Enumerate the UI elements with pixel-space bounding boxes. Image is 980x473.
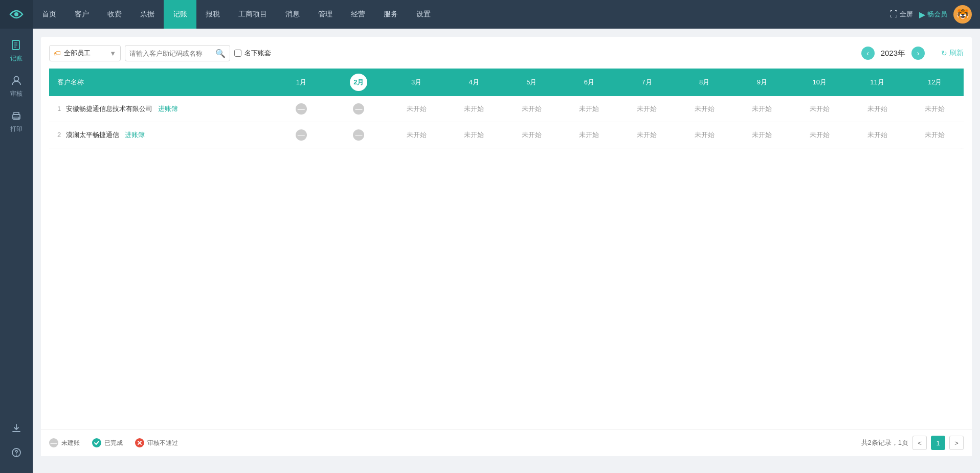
top-nav-right: ⛶ 全屏 ▶ 畅会员 🐯 <box>889 5 980 24</box>
col-jul: 7月 <box>618 69 676 96</box>
sidebar-item-print[interactable]: 打印 <box>0 103 33 139</box>
nav-tax[interactable]: 报税 <box>196 0 229 29</box>
nav-settings[interactable]: 设置 <box>407 0 440 29</box>
sidebar-print-label: 打印 <box>10 125 23 133</box>
nav-business[interactable]: 工商项目 <box>229 0 276 29</box>
fullscreen-button[interactable]: ⛶ 全屏 <box>889 10 913 19</box>
sidebar-bottom <box>0 416 33 473</box>
scroll-thumb <box>960 148 964 148</box>
legend-rejected-label: 审核不通过 <box>147 439 178 447</box>
employee-icon: 🏷 <box>54 49 61 57</box>
cell-r2-jul: 未开始 <box>618 122 676 148</box>
cell-r2-apr: 未开始 <box>445 122 503 148</box>
content-card: 🏷 全部员工 ▼ 🔍 名下账套 ‹ 2023年 › ↻ 刷新 <box>41 37 972 456</box>
row-num-1: 1 <box>57 105 61 112</box>
status-label: 未开始 <box>464 105 484 112</box>
nav-business2[interactable]: 经营 <box>342 0 374 29</box>
col-apr: 4月 <box>445 69 503 96</box>
status-label: 未开始 <box>810 131 830 139</box>
year-nav: ‹ 2023年 › <box>861 47 925 60</box>
cell-r1-mar: 未开始 <box>388 96 446 122</box>
audit-icon <box>9 73 24 87</box>
status-label: 未开始 <box>810 105 830 112</box>
client-name-2: 漠澜太平畅捷通信 <box>66 131 119 139</box>
pagination-summary: 共2条记录，1页 <box>861 438 908 447</box>
table-row: 1 安徽畅捷通信息技术有限公司 进账簿 — — 未开始 未开始 未开始 未开始 … <box>49 96 964 122</box>
col-sep: 9月 <box>733 69 791 96</box>
scrollbar[interactable] <box>960 148 964 148</box>
legend-completed-label: 已完成 <box>104 439 123 447</box>
col-feb: 2月 <box>330 69 388 96</box>
active-month-badge: 2月 <box>350 74 367 91</box>
sidebar-ledger-label: 记账 <box>10 54 23 63</box>
prev-year-button[interactable]: ‹ <box>861 47 875 60</box>
next-year-button[interactable]: › <box>911 47 925 60</box>
ledger-icon <box>9 38 24 52</box>
cell-r2-mar: 未开始 <box>388 122 446 148</box>
avatar[interactable]: 🐯 <box>953 5 972 24</box>
nav-service[interactable]: 服务 <box>374 0 407 29</box>
status-label: 未开始 <box>407 105 427 112</box>
employee-select-label: 全部员工 <box>64 49 91 58</box>
legend-not-created: — 未建账 <box>49 438 80 447</box>
svg-rect-7 <box>14 117 19 119</box>
my-accounts-label: 名下账套 <box>244 49 271 58</box>
status-label: 未开始 <box>522 105 542 112</box>
fullscreen-label: 全屏 <box>900 10 913 19</box>
chevron-down-icon: ▼ <box>109 50 116 57</box>
cell-r2-dec: 未开始 <box>906 122 964 148</box>
nav-manage[interactable]: 管理 <box>309 0 342 29</box>
cell-r1-aug: 未开始 <box>676 96 733 122</box>
logo[interactable] <box>0 0 33 29</box>
cell-r2-aug: 未开始 <box>676 122 733 148</box>
cell-r2-may: 未开始 <box>503 122 561 148</box>
nav-items: 首页 客户 收费 票据 记账 报税 工商项目 消息 管理 经营 服务 设置 <box>33 0 889 29</box>
nav-customer[interactable]: 客户 <box>65 0 98 29</box>
employee-select[interactable]: 🏷 全部员工 ▼ <box>49 45 121 61</box>
nav-home[interactable]: 首页 <box>33 0 65 29</box>
nav-invoice[interactable]: 票据 <box>131 0 164 29</box>
vip-button[interactable]: ▶ 畅会员 <box>919 10 947 19</box>
nav-ledger[interactable]: 记账 <box>164 0 196 29</box>
refresh-button[interactable]: ↻ 刷新 <box>941 49 964 58</box>
table-wrapper: 客户名称 1月 2月 3月 4月 5月 6月 7月 8月 9月 10月 11月 … <box>49 69 964 148</box>
nav-billing[interactable]: 收费 <box>98 0 131 29</box>
cell-r2-nov: 未开始 <box>849 122 906 148</box>
sidebar-item-download[interactable] <box>0 416 33 440</box>
status-label: 未开始 <box>464 131 484 139</box>
cell-r1-jan: — <box>272 96 330 122</box>
status-dash: — <box>296 103 307 115</box>
status-label: 未开始 <box>522 131 542 139</box>
nav-message[interactable]: 消息 <box>276 0 309 29</box>
col-jan: 1月 <box>272 69 330 96</box>
cell-r2-feb: — <box>330 122 388 148</box>
status-label: 未开始 <box>637 131 657 139</box>
enter-ledger-link-1[interactable]: 进账簿 <box>158 105 178 112</box>
row-num-2: 2 <box>57 131 61 139</box>
cell-r1-may: 未开始 <box>503 96 561 122</box>
search-input[interactable] <box>129 50 215 57</box>
cell-client-1: 1 安徽畅捷通信息技术有限公司 进账簿 <box>49 96 272 122</box>
sidebar-item-audit[interactable]: 审核 <box>0 68 33 103</box>
sidebar-item-support[interactable] <box>0 440 33 465</box>
svg-point-0 <box>14 12 18 16</box>
cell-r2-sep: 未开始 <box>733 122 791 148</box>
current-page-button[interactable]: 1 <box>931 436 945 450</box>
col-oct: 10月 <box>791 69 849 96</box>
prev-page-button[interactable]: < <box>912 436 927 450</box>
cell-r1-nov: 未开始 <box>849 96 906 122</box>
my-accounts-checkbox[interactable] <box>234 50 241 57</box>
status-label: 未开始 <box>752 105 772 112</box>
col-aug: 8月 <box>676 69 733 96</box>
next-page-button[interactable]: > <box>949 436 964 450</box>
top-nav: 首页 客户 收费 票据 记账 报税 工商项目 消息 管理 经营 服务 设置 ⛶ … <box>0 0 980 29</box>
my-accounts-checkbox-wrap[interactable]: 名下账套 <box>234 49 271 58</box>
cell-r2-oct: 未开始 <box>791 122 849 148</box>
legend-grey-dot: — <box>49 438 58 447</box>
search-button[interactable]: 🔍 <box>215 49 226 58</box>
sidebar-item-ledger[interactable]: 记账 <box>0 33 33 68</box>
status-label: 未开始 <box>579 105 599 112</box>
cell-r1-feb: — <box>330 96 388 122</box>
enter-ledger-link-2[interactable]: 进账簿 <box>125 131 145 139</box>
svg-point-5 <box>14 77 19 81</box>
